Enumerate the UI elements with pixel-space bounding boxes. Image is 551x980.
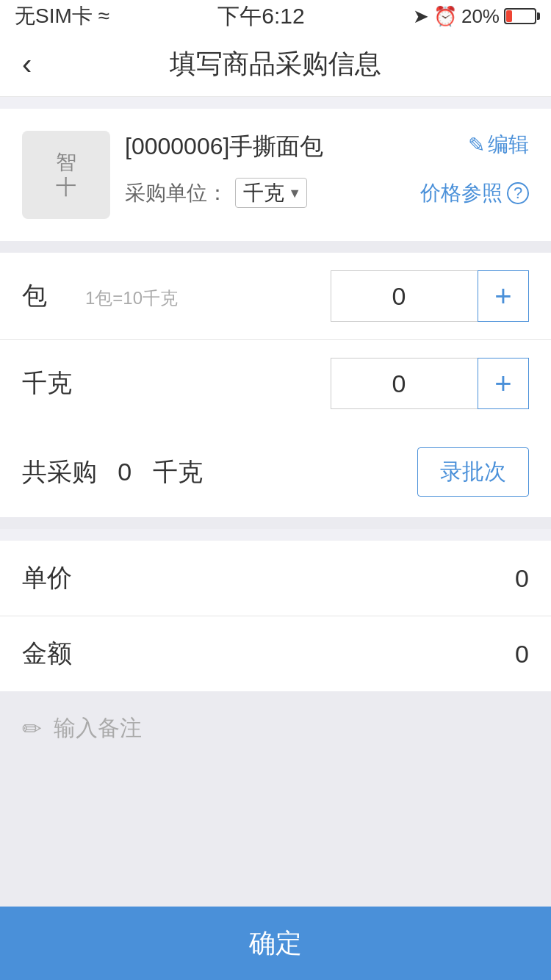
status-left: 无SIM卡 ≈ bbox=[15, 2, 109, 30]
note-placeholder: 输入备注 bbox=[54, 713, 142, 743]
note-section[interactable]: ✏ 输入备注 bbox=[0, 691, 551, 765]
kg-plus-button[interactable]: + bbox=[478, 358, 529, 409]
back-button[interactable]: ‹ bbox=[22, 48, 32, 81]
bag-sublabel: 1包=10千克 bbox=[85, 287, 178, 310]
batch-button[interactable]: 录批次 bbox=[417, 447, 529, 497]
pencil-icon: ✏ bbox=[22, 715, 42, 743]
input-section: 包 1包=10千克 + 千克 + bbox=[0, 253, 551, 427]
product-info: [0000006]手撕面包 ✎ 编辑 采购单位： 千克 包 bbox=[125, 131, 529, 208]
price-ref-button[interactable]: 价格参照 ? bbox=[420, 179, 529, 207]
kg-quantity-input[interactable] bbox=[331, 358, 478, 409]
product-image: 智 十 bbox=[22, 131, 110, 219]
product-logo: 智 十 bbox=[56, 150, 76, 199]
page-title: 填写商品采购信息 bbox=[170, 46, 381, 82]
battery-percent: 20% bbox=[461, 5, 500, 28]
bag-plus-button[interactable]: + bbox=[478, 270, 529, 322]
battery-icon bbox=[504, 8, 536, 24]
unit-label: 采购单位： bbox=[125, 179, 228, 207]
price-ref-label: 价格参照 bbox=[420, 179, 503, 207]
unit-price-value: 0 bbox=[515, 564, 529, 593]
bag-input-row: 包 1包=10千克 + bbox=[0, 253, 551, 340]
unit-price-label: 单价 bbox=[22, 561, 72, 595]
amount-row: 金额 0 bbox=[0, 616, 551, 691]
amount-value: 0 bbox=[515, 640, 529, 669]
kg-label: 千克 bbox=[22, 367, 81, 400]
confirm-button[interactable]: 确定 bbox=[0, 907, 551, 980]
location-icon: ➤ bbox=[413, 5, 429, 28]
summary-row: 共采购 0 千克 录批次 bbox=[0, 427, 551, 517]
amount-label: 金额 bbox=[22, 637, 72, 671]
edit-icon: ✎ bbox=[468, 133, 485, 157]
divider-1 bbox=[0, 241, 551, 253]
kg-input-row: 千克 + bbox=[0, 340, 551, 427]
nav-bar: ‹ 填写商品采购信息 bbox=[0, 32, 551, 97]
edit-label: 编辑 bbox=[488, 131, 529, 159]
unit-price-row: 单价 0 bbox=[0, 541, 551, 616]
price-section: 单价 0 金额 0 bbox=[0, 541, 551, 691]
status-right: ➤ ⏰ 20% bbox=[413, 5, 536, 28]
bag-quantity-input[interactable] bbox=[331, 270, 478, 322]
product-card: 智 十 [0000006]手撕面包 ✎ 编辑 采购单位： 千克 包 bbox=[0, 109, 551, 241]
help-icon: ? bbox=[507, 182, 529, 204]
edit-button[interactable]: ✎ 编辑 bbox=[468, 131, 529, 159]
divider-2 bbox=[0, 517, 551, 529]
unit-dropdown[interactable]: 千克 包 bbox=[235, 178, 307, 208]
status-bar: 无SIM卡 ≈ 下午6:12 ➤ ⏰ 20% bbox=[0, 0, 551, 32]
unit-select[interactable]: 千克 包 bbox=[235, 178, 307, 208]
product-name: [0000006]手撕面包 bbox=[125, 131, 468, 163]
alarm-icon: ⏰ bbox=[433, 5, 457, 28]
summary-text: 共采购 0 千克 bbox=[22, 455, 203, 489]
signal-text: 无SIM卡 ≈ bbox=[15, 2, 109, 30]
status-time: 下午6:12 bbox=[217, 1, 304, 32]
bag-label: 包 bbox=[22, 279, 81, 313]
